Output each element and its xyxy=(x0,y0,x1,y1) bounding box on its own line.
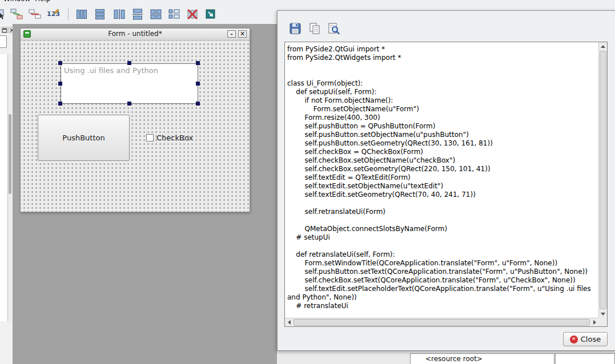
selection-handle-middle-left[interactable] xyxy=(58,82,62,86)
form-window-titlebar[interactable]: Form - untitled* - ✕ xyxy=(21,29,250,41)
widget-box-scroll-thumb[interactable] xyxy=(9,114,11,194)
layout-form-icon[interactable] xyxy=(167,7,181,21)
menu-item-help[interactable]: Help xyxy=(35,0,50,3)
selection-handle-bottom-right[interactable] xyxy=(196,102,200,106)
adjust-size-icon[interactable] xyxy=(204,7,218,21)
resource-browser-dock: <resource root> xyxy=(277,351,615,364)
pushbutton-label: PushButton xyxy=(62,134,104,142)
copy-icon[interactable] xyxy=(307,21,322,36)
find-icon[interactable] xyxy=(326,21,341,36)
form-designer-window[interactable]: Form - untitled* - ✕ Using .ui files and… xyxy=(20,28,250,212)
form-close-button[interactable]: ✕ xyxy=(238,30,247,38)
scrollbar-corner xyxy=(598,318,607,326)
checkbox-label: CheckBox xyxy=(156,134,193,142)
widget-box-list[interactable] xyxy=(0,54,7,321)
resource-root-item[interactable]: <resource root> xyxy=(411,354,554,363)
code-vertical-scrollbar[interactable] xyxy=(598,42,607,318)
edit-widgets-icon[interactable] xyxy=(0,7,6,21)
close-button[interactable]: ✕ Close xyxy=(563,332,608,346)
scroll-right-icon[interactable] xyxy=(590,318,598,326)
layout-grid-icon[interactable] xyxy=(149,7,163,21)
dock-float-icon[interactable] xyxy=(1,27,8,33)
close-button-label: Close xyxy=(581,335,601,343)
edit-signals-slots-icon[interactable] xyxy=(10,7,23,21)
resource-side-panel xyxy=(555,353,615,364)
close-dialog-icon: ✕ xyxy=(570,335,578,343)
pushbutton-widget[interactable]: PushButton xyxy=(38,115,130,161)
toolbar-separator xyxy=(68,8,69,21)
selection-handle-bottom-middle[interactable] xyxy=(127,102,131,106)
form-canvas[interactable]: Using .ui files and Python PushButton Ch… xyxy=(21,41,249,212)
form-minimize-button[interactable]: - xyxy=(227,30,236,38)
selection-handle-top-left[interactable] xyxy=(58,61,62,65)
edit-buddies-icon[interactable] xyxy=(28,7,42,21)
vertical-scroll-thumb[interactable] xyxy=(600,51,606,309)
code-view[interactable]: from PySide2.QtGui import * from PySide2… xyxy=(284,42,608,327)
code-preview-dialog: from PySide2.QtGui import * from PySide2… xyxy=(277,10,615,351)
selection-handle-middle-right[interactable] xyxy=(196,82,200,86)
selection-handle-bottom-left[interactable] xyxy=(58,102,62,106)
checkbox-indicator[interactable] xyxy=(146,134,154,141)
widget-filter-input[interactable] xyxy=(0,35,7,48)
horizontal-scroll-thumb[interactable] xyxy=(294,319,590,326)
textedit-widget[interactable]: Using .ui files and Python xyxy=(61,63,198,104)
code-horizontal-scrollbar[interactable] xyxy=(285,318,598,326)
scroll-up-icon[interactable] xyxy=(599,42,607,50)
edit-tab-order-icon[interactable]: 123 xyxy=(46,7,60,21)
widget-box-scrollbar[interactable] xyxy=(7,54,12,321)
scroll-down-icon[interactable] xyxy=(599,310,607,318)
scroll-left-icon[interactable] xyxy=(285,318,293,326)
resource-tree[interactable]: <resource root> xyxy=(410,353,554,364)
menu-item-window[interactable]: Window xyxy=(3,0,30,3)
checkbox-widget[interactable]: CheckBox xyxy=(146,126,204,149)
layout-vertical-icon[interactable] xyxy=(93,7,107,21)
widget-box-dock xyxy=(0,24,13,364)
layout-horizontal-icon[interactable] xyxy=(75,7,89,21)
qt-designer-screen: Window Help 123 xyxy=(0,0,615,364)
code-text[interactable]: from PySide2.QtGui import * from PySide2… xyxy=(285,42,598,318)
selection-handle-top-middle[interactable] xyxy=(127,61,131,65)
selection-handle-top-right[interactable] xyxy=(196,61,200,65)
break-layout-icon[interactable] xyxy=(186,7,199,21)
save-icon[interactable] xyxy=(288,21,303,36)
textedit-placeholder: Using .ui files and Python xyxy=(64,66,158,75)
layout-splitter-vertical-icon[interactable] xyxy=(131,7,144,21)
layout-splitter-horizontal-icon[interactable] xyxy=(112,7,126,21)
form-window-title: Form - untitled* xyxy=(21,30,250,38)
